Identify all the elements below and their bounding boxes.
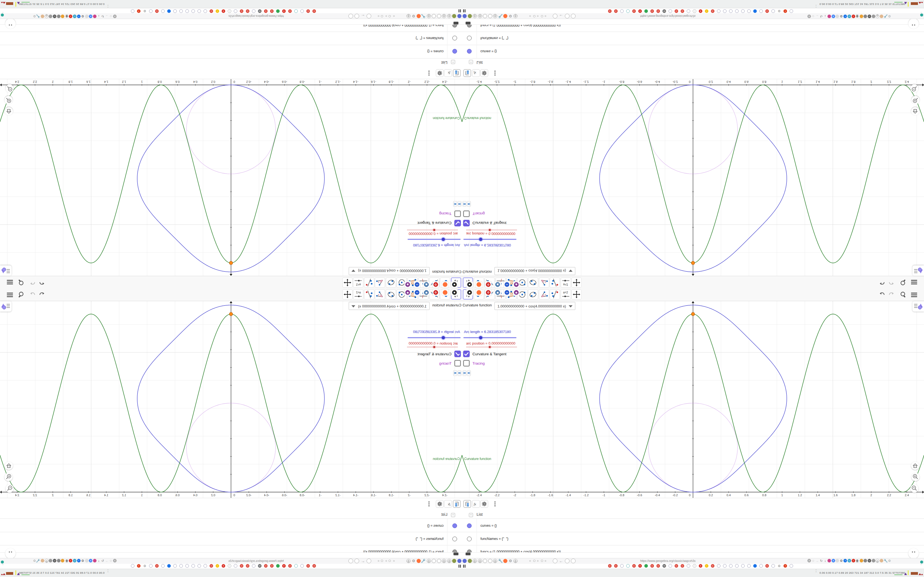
gear-icon[interactable] xyxy=(480,69,488,77)
tool-move-graphics-view[interactable] xyxy=(342,289,352,300)
collapse-list-button[interactable]: − xyxy=(451,513,455,517)
google-icon[interactable]: G xyxy=(614,9,618,13)
tool-ellipse[interactable] xyxy=(528,277,538,288)
tool-move-graphics-view[interactable] xyxy=(572,289,582,300)
tracing-checkbox[interactable] xyxy=(454,211,461,217)
more-dots-floating-button[interactable] xyxy=(5,548,16,559)
shield-outline-icon[interactable] xyxy=(565,559,570,563)
taskbar-owl-purple-icon[interactable]: ◉ xyxy=(513,281,520,288)
arc-length-slider[interactable] xyxy=(464,239,517,240)
visibility-marble-curves[interactable] xyxy=(467,49,472,53)
record-red-icon[interactable]: I xyxy=(852,15,855,18)
arc-length-slider-thumb[interactable] xyxy=(441,335,446,340)
search-icon[interactable] xyxy=(900,278,907,286)
chevron-up-icon[interactable]: ˆ xyxy=(2,10,3,13)
tray-expand-icon[interactable]: ˆˆ xyxy=(108,3,108,7)
record-dot-icon[interactable] xyxy=(386,15,387,17)
function-dropdown[interactable]: 1.000000000000 + cos(4.000000000000 x) xyxy=(494,267,575,275)
google-icon[interactable]: G xyxy=(650,564,654,568)
firefox-icon[interactable] xyxy=(503,559,507,563)
skip-to-start-button[interactable] xyxy=(457,201,462,206)
refresh-icon[interactable]: ↻ xyxy=(819,15,823,18)
owl-purple-icon[interactable]: ◉ xyxy=(514,290,519,295)
gear-icon[interactable] xyxy=(480,500,488,508)
visibility-marble-curves[interactable] xyxy=(452,49,457,53)
mouse-icon[interactable] xyxy=(85,15,89,18)
visibility-marble-funcnames[interactable] xyxy=(452,537,457,541)
wrench-gray-icon[interactable]: 🔧 xyxy=(37,559,40,562)
knot-gray-icon[interactable] xyxy=(252,564,255,568)
arrow-right-icon[interactable]: → xyxy=(816,559,819,562)
firefox-icon[interactable] xyxy=(417,14,421,18)
floppy-blue-icon[interactable]: 64 xyxy=(505,290,509,295)
globe-icon[interactable] xyxy=(427,559,431,563)
more-dots-floating-button[interactable] xyxy=(908,18,919,29)
taskbar-monitor-icon[interactable]: ▣ xyxy=(423,281,430,288)
knot-gray-icon[interactable] xyxy=(300,564,304,568)
knot-gray-icon[interactable] xyxy=(173,564,177,568)
knot-gray-icon[interactable] xyxy=(723,9,727,13)
drive-green-icon[interactable]: ■ xyxy=(467,282,472,287)
redo-button[interactable] xyxy=(888,278,895,286)
chevron-up-icon[interactable]: ˆ xyxy=(921,564,922,567)
gear-icon[interactable]: ⚙ xyxy=(412,559,416,563)
google-icon[interactable]: G xyxy=(210,9,213,13)
coin-icon[interactable] xyxy=(872,559,876,562)
traced-point[interactable] xyxy=(691,313,695,316)
floppy-blue-icon[interactable]: 64 xyxy=(415,282,419,287)
skip-to-start-button[interactable] xyxy=(457,371,462,376)
firefox-icon[interactable] xyxy=(443,282,447,287)
taskbar-floppy-blue-icon[interactable]: 64 xyxy=(504,289,510,296)
warn-yellow-icon[interactable]: ! xyxy=(705,564,708,568)
tool-reflect-about-line[interactable] xyxy=(550,289,560,300)
door-icon[interactable] xyxy=(57,15,60,18)
curvature-tangent-checkbox[interactable] xyxy=(463,351,470,357)
globe-icon[interactable] xyxy=(514,14,517,18)
circle-blue-icon[interactable] xyxy=(753,9,757,13)
google-icon[interactable]: G xyxy=(240,564,243,568)
knot-gray-icon[interactable] xyxy=(717,9,720,13)
gear-icon[interactable] xyxy=(436,500,444,508)
knot-teal-icon[interactable] xyxy=(294,564,298,568)
wrench-icon[interactable]: 🔧 xyxy=(422,559,426,563)
traced-point[interactable] xyxy=(229,261,233,264)
share-orange-icon[interactable] xyxy=(859,559,863,562)
knot-gray-icon[interactable] xyxy=(149,564,153,568)
globe-gray-icon[interactable] xyxy=(876,559,879,562)
arc-length-slider[interactable] xyxy=(407,239,460,240)
menu-icon[interactable] xyxy=(6,278,14,286)
google-icon[interactable]: G xyxy=(711,564,714,568)
f-red-icon[interactable]: f xyxy=(137,9,141,13)
firefox-icon[interactable] xyxy=(477,282,481,287)
zoom-in-icon[interactable] xyxy=(5,473,13,481)
gauge-icon[interactable] xyxy=(488,14,492,18)
arrow-right-icon[interactable]: → xyxy=(105,559,108,562)
zoom-in-icon[interactable] xyxy=(911,96,919,104)
google-icon[interactable]: G xyxy=(210,564,213,568)
arc-length-slider[interactable] xyxy=(464,337,517,338)
knot-gray-icon[interactable] xyxy=(300,9,304,13)
record-dot-icon[interactable] xyxy=(393,15,395,17)
taskbar-gear-red-icon[interactable]: ⚙ xyxy=(432,281,439,288)
knot-gray-icon[interactable] xyxy=(729,564,733,568)
record-dot-icon[interactable] xyxy=(529,560,531,562)
arc-length-slider[interactable] xyxy=(407,337,460,338)
ribbon-icon[interactable] xyxy=(457,14,462,18)
record-dot-icon[interactable] xyxy=(545,15,546,17)
record-dot-icon[interactable] xyxy=(537,15,538,17)
search-icon[interactable] xyxy=(17,291,24,299)
shield-dark-icon[interactable]: U xyxy=(867,15,871,18)
google-icon[interactable]: G xyxy=(264,564,268,568)
firefox-icon[interactable] xyxy=(443,290,447,295)
google-icon[interactable]: G xyxy=(632,9,636,13)
tool-angle[interactable]: α xyxy=(375,289,385,300)
knot-gray-icon[interactable] xyxy=(179,9,183,13)
power-icon[interactable] xyxy=(468,559,472,563)
menu-icon[interactable] xyxy=(910,291,918,299)
monitor-icon[interactable]: ▣ xyxy=(424,290,429,295)
home-icon[interactable] xyxy=(911,462,919,470)
taskbar-owl-purple-icon[interactable]: ◉ xyxy=(513,289,520,296)
tool-reflect-about-line[interactable] xyxy=(364,289,374,300)
lock-icon[interactable] xyxy=(349,559,353,563)
knot-gray-icon[interactable] xyxy=(234,564,237,568)
